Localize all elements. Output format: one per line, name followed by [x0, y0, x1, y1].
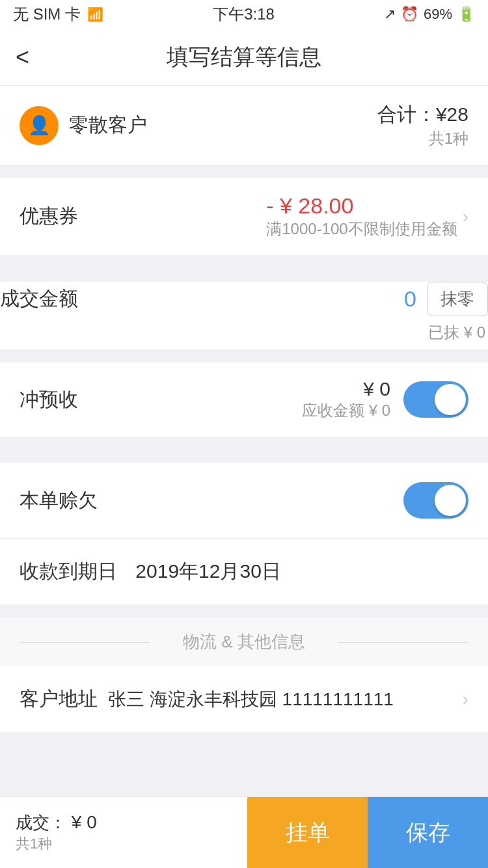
logistics-separator: 物流 & 其他信息 — [0, 617, 488, 666]
bottom-deal-label: 成交： — [16, 813, 66, 832]
customer-name: 零散客户 — [69, 112, 147, 139]
coupon-right: - ¥ 28.00 满1000-100不限制使用金额 › — [266, 193, 468, 239]
address-value: 张三 海淀永丰科技园 11111111111 — [108, 687, 452, 712]
transaction-row: 成交金额 抹零 — [0, 282, 488, 316]
round-sub-text: 已抹 ¥ 0 — [428, 323, 485, 341]
bottom-count: 共1种 — [16, 834, 232, 854]
coupon-row[interactable]: 优惠券 - ¥ 28.00 满1000-100不限制使用金额 › — [0, 178, 488, 256]
round-zero-button[interactable]: 抹零 — [427, 282, 488, 316]
total-amount: 合计：¥28 — [377, 102, 468, 128]
due-date-label: 收款到期日 — [20, 560, 117, 582]
status-left: 无 SIM 卡 📶 — [13, 4, 103, 25]
back-button[interactable]: < — [16, 44, 29, 71]
advance-toggle[interactable] — [403, 381, 468, 418]
customer-left: 👤 零散客户 — [20, 106, 147, 145]
hold-button[interactable]: 挂单 — [247, 797, 368, 869]
advance-amounts: ¥ 0 应收金额 ¥ 0 — [302, 378, 390, 421]
battery-icon: 🔋 — [457, 6, 475, 23]
battery-text: 69% — [424, 6, 452, 23]
customer-total: 合计：¥28 共1种 — [377, 102, 468, 149]
transaction-amount-input[interactable] — [338, 286, 416, 312]
advance-main-amount: ¥ 0 — [302, 378, 390, 400]
coupon-desc: 满1000-100不限制使用金额 — [266, 219, 457, 239]
alarm-icon: ⏰ — [401, 6, 418, 23]
bottom-deal-row: 成交： ¥ 0 — [16, 811, 232, 834]
bottom-info: 成交： ¥ 0 共1种 — [0, 811, 247, 854]
toggle-knob — [435, 384, 466, 415]
debt-label: 本单赊欠 — [20, 487, 98, 514]
transaction-section: 成交金额 抹零 已抹 ¥ 0 — [0, 282, 488, 349]
debt-row: 本单赊欠 — [0, 463, 488, 538]
divider-2 — [0, 450, 488, 463]
address-section[interactable]: 客户地址 张三 海淀永丰科技园 11111111111 › — [0, 666, 488, 732]
debt-section: 本单赊欠 收款到期日 2019年12月30日 — [0, 463, 488, 604]
save-button[interactable]: 保存 — [368, 797, 488, 869]
page-title: 填写结算等信息 — [167, 42, 321, 72]
avatar-icon: 👤 — [28, 115, 51, 136]
status-right: ↗ ⏰ 69% 🔋 — [384, 6, 475, 23]
total-count: 共1种 — [377, 128, 468, 149]
avatar: 👤 — [20, 106, 59, 145]
due-date-section[interactable]: 收款到期日 2019年12月30日 — [0, 538, 488, 604]
location-icon: ↗ — [384, 6, 396, 23]
carrier-text: 无 SIM 卡 — [13, 4, 81, 25]
logistics-label: 物流 & 其他信息 — [183, 632, 305, 651]
bottom-deal-amount: ¥ 0 — [72, 812, 97, 832]
advance-section: 冲预收 ¥ 0 应收金额 ¥ 0 — [0, 362, 488, 437]
wifi-icon: 📶 — [87, 7, 103, 22]
status-time: 下午3:18 — [213, 4, 275, 25]
coupon-label: 优惠券 — [20, 203, 78, 230]
customer-section: 👤 零散客户 合计：¥28 共1种 — [0, 86, 488, 165]
debt-toggle[interactable] — [403, 482, 468, 519]
address-label: 客户地址 — [20, 686, 98, 712]
status-bar: 无 SIM 卡 📶 下午3:18 ↗ ⏰ 69% 🔋 — [0, 0, 488, 29]
transaction-label: 成交金额 — [0, 286, 78, 312]
coupon-amount: - ¥ 28.00 — [266, 193, 457, 219]
nav-bar: < 填写结算等信息 — [0, 29, 488, 86]
bottom-bar: 成交： ¥ 0 共1种 挂单 保存 — [0, 796, 488, 868]
coupon-section[interactable]: 优惠券 - ¥ 28.00 满1000-100不限制使用金额 › — [0, 178, 488, 256]
debt-toggle-knob — [435, 485, 466, 516]
advance-sub-amount: 应收金额 ¥ 0 — [302, 400, 390, 421]
content-area: 👤 零散客户 合计：¥28 共1种 优惠券 - ¥ 28.00 满1000-10… — [0, 86, 488, 868]
due-date-value: 2019年12月30日 — [135, 560, 280, 582]
advance-label: 冲预收 — [20, 387, 78, 413]
address-chevron-icon: › — [463, 689, 468, 710]
chevron-right-icon: › — [463, 206, 468, 227]
divider-1 — [0, 269, 488, 282]
